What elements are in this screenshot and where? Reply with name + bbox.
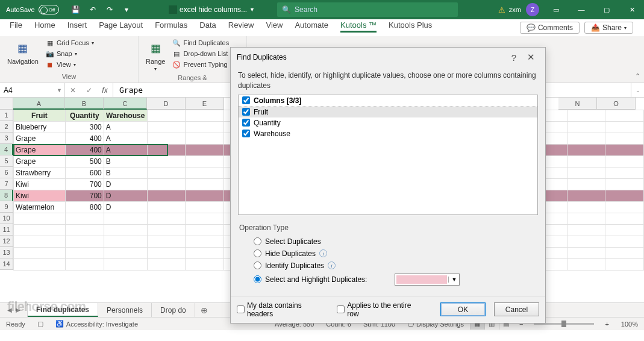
column-checkbox[interactable] (242, 108, 250, 116)
cell[interactable] (605, 133, 644, 145)
cell[interactable] (147, 248, 185, 259)
cell[interactable] (567, 110, 605, 122)
cell[interactable] (605, 122, 644, 133)
cell[interactable] (147, 259, 185, 271)
cell[interactable] (186, 213, 224, 225)
entire-row-checkbox[interactable] (337, 305, 345, 313)
column-checkbox[interactable] (242, 119, 250, 127)
tab-review[interactable]: Review (222, 17, 260, 36)
info-icon[interactable]: i (319, 249, 327, 257)
cell[interactable]: Strawberry (14, 167, 66, 179)
cell[interactable] (605, 167, 644, 179)
cell[interactable] (605, 236, 644, 248)
cell[interactable] (14, 236, 66, 248)
columns-header-row[interactable]: Columns [3/3] (239, 95, 537, 107)
cell[interactable] (605, 156, 644, 167)
column-header[interactable]: C (104, 98, 147, 110)
column-header[interactable]: B (65, 98, 104, 110)
cell[interactable]: 400 (65, 133, 104, 145)
cell[interactable] (186, 156, 224, 167)
cell[interactable]: 400 (65, 145, 104, 156)
cell[interactable] (567, 145, 605, 156)
cell[interactable] (147, 110, 185, 122)
headers-checkbox-row[interactable]: My data contains headers (237, 301, 328, 318)
cell[interactable] (14, 213, 66, 225)
tab-formulas[interactable]: Formulas (149, 17, 193, 36)
save-icon[interactable]: 💾 (69, 2, 83, 17)
cell[interactable] (186, 225, 224, 236)
entire-row-checkbox-row[interactable]: Applies to the entire row (337, 301, 424, 318)
autosave-toggle[interactable]: AutoSave Off (0, 5, 65, 14)
cell[interactable] (65, 225, 104, 236)
zoom-level[interactable]: 100% (615, 321, 644, 328)
cell[interactable]: A (104, 133, 147, 145)
sheet-tab[interactable]: Drop do (152, 303, 195, 317)
maximize-icon[interactable]: ▢ (595, 0, 619, 19)
cell[interactable]: 600 (65, 167, 104, 179)
cell[interactable]: A (104, 145, 147, 156)
radio-select[interactable]: Select Duplicates (239, 236, 537, 248)
qat-dropdown-icon[interactable]: ▾ (119, 2, 134, 17)
cell[interactable] (567, 179, 605, 190)
column-item-warehouse[interactable]: Warehouse (239, 128, 537, 139)
row-header[interactable]: 6 (0, 167, 13, 178)
radio-highlight[interactable]: Select and Highlight Duplicates: ▼ (239, 272, 537, 287)
radio-identify[interactable]: Identify Duplicatesi (239, 260, 537, 272)
cell[interactable]: Fruit (14, 110, 66, 122)
cell[interactable] (147, 236, 185, 248)
tab-insert[interactable]: Insert (61, 17, 93, 36)
cell[interactable]: Grape (14, 156, 66, 167)
cell[interactable] (567, 190, 605, 202)
cell[interactable] (567, 202, 605, 213)
cell[interactable]: D (104, 190, 147, 202)
cell[interactable]: 700 (65, 190, 104, 202)
cell[interactable] (104, 225, 147, 236)
snap-button[interactable]: 📷Snap▾ (46, 48, 94, 59)
cell[interactable] (65, 236, 104, 248)
cell[interactable] (186, 167, 224, 179)
tab-automate[interactable]: Automate (289, 17, 334, 36)
expand-formula-icon[interactable]: ⌄ (631, 83, 644, 97)
cell[interactable] (186, 248, 224, 259)
collapse-ribbon-icon[interactable]: ⌃ (635, 72, 640, 80)
cell[interactable] (147, 156, 185, 167)
cell[interactable] (567, 133, 605, 145)
cell[interactable] (567, 225, 605, 236)
column-header[interactable]: A (13, 98, 65, 110)
cell[interactable] (186, 110, 224, 122)
cell[interactable] (605, 179, 644, 190)
dropdown-list-button[interactable]: ▤Drop-down List▾ (172, 48, 233, 59)
cell[interactable] (147, 122, 185, 133)
cell[interactable] (147, 190, 185, 202)
column-checkbox[interactable] (242, 130, 250, 137)
zoom-in-icon[interactable]: + (599, 321, 614, 328)
cell[interactable] (14, 225, 66, 236)
share-button[interactable]: 📤Share▾ (584, 22, 633, 34)
cell[interactable] (567, 213, 605, 225)
undo-icon[interactable]: ↶ (86, 2, 100, 17)
cell[interactable] (65, 259, 104, 271)
row-header[interactable]: 4 (0, 144, 13, 155)
cell[interactable] (605, 202, 644, 213)
cell[interactable] (104, 248, 147, 259)
cell[interactable]: D (104, 179, 147, 190)
comments-button[interactable]: 💬Comments (520, 22, 580, 34)
cell[interactable]: Grape (14, 145, 66, 156)
columns-all-checkbox[interactable] (242, 96, 250, 104)
column-header[interactable]: N (558, 98, 597, 110)
close-icon[interactable]: ✕ (620, 0, 644, 19)
navigation-button[interactable]: ▦ Navigation (5, 37, 41, 67)
cell[interactable]: Quantity (65, 110, 104, 122)
cell[interactable]: Watermelon (14, 202, 66, 213)
tab-kutools-[interactable]: Kutools ™ (334, 17, 383, 36)
column-header[interactable]: O (597, 98, 636, 110)
cell[interactable] (567, 122, 605, 133)
row-header[interactable]: 3 (0, 133, 13, 144)
cell[interactable]: B (104, 167, 147, 179)
tab-home[interactable]: Home (28, 17, 61, 36)
cell[interactable] (605, 248, 644, 259)
cell[interactable] (605, 213, 644, 225)
cell[interactable] (186, 259, 224, 271)
cell[interactable] (147, 179, 185, 190)
cell[interactable]: B (104, 156, 147, 167)
